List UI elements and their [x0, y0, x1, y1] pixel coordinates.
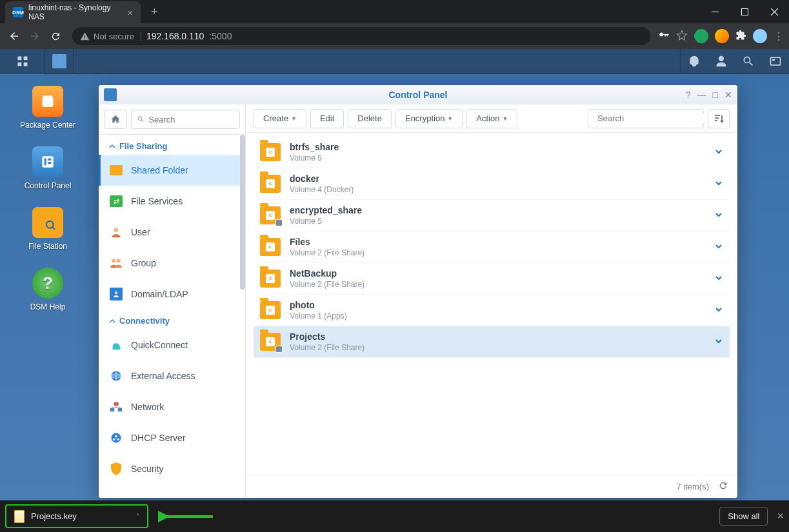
svg-rect-6: [771, 57, 781, 65]
window-maximize-icon[interactable]: [730, 0, 759, 23]
window-help-icon[interactable]: ?: [686, 90, 691, 100]
shared-folder-icon: <: [260, 143, 281, 161]
browser-menu-icon[interactable]: ⋮: [774, 30, 784, 43]
folder-list: < btrfs_share Volume 5 < docker Volume 4…: [246, 133, 737, 475]
desktop-icon-control-panel[interactable]: Control Panel: [15, 146, 80, 190]
folder-row[interactable]: < docker Volume 4 (Docker): [254, 168, 730, 200]
bookmark-star-icon[interactable]: [676, 30, 688, 43]
domain-ldap-icon: [109, 287, 123, 301]
svg-point-13: [114, 228, 119, 232]
action-button[interactable]: Action▼: [466, 109, 517, 128]
shared-folder-icon: <: [260, 175, 281, 193]
sidebar-item-quickconnect[interactable]: QuickConnect: [99, 330, 245, 360]
create-button[interactable]: Create▼: [254, 109, 306, 128]
svg-rect-21: [118, 408, 122, 412]
window-maximize-icon[interactable]: □: [713, 90, 718, 100]
folder-row[interactable]: < encrypted_share Volume 5: [254, 200, 730, 232]
sort-button[interactable]: [708, 109, 730, 128]
file-services-icon: ⇄: [109, 194, 123, 208]
sidebar-search-input[interactable]: [148, 115, 234, 124]
folder-row[interactable]: < btrfs_share Volume 5: [254, 137, 730, 168]
folder-row[interactable]: < NetBackup Volume 2 (File Share): [254, 263, 730, 295]
sidebar-home-button[interactable]: [104, 110, 127, 129]
dsm-notifications-icon[interactable]: [681, 49, 708, 74]
chevron-down-icon[interactable]: [714, 242, 723, 253]
sidebar-item-domain-ldap[interactable]: Domain/LDAP: [99, 279, 245, 310]
chevron-up-icon[interactable]: ˄: [136, 513, 139, 520]
browser-titlebar: DSM linuxhint-nas - Synology NAS × +: [0, 0, 789, 23]
password-key-icon[interactable]: [658, 30, 670, 43]
svg-point-23: [115, 435, 117, 437]
warning-icon: [80, 32, 90, 41]
nav-reload-button[interactable]: [46, 27, 65, 45]
svg-point-15: [116, 259, 120, 262]
svg-rect-5: [23, 63, 27, 66]
folder-row[interactable]: < photo Volume 1 (Apps): [254, 295, 730, 326]
user-icon: [109, 225, 123, 239]
svg-rect-1: [741, 8, 748, 15]
refresh-icon[interactable]: [718, 480, 728, 493]
extension-icon[interactable]: [715, 29, 729, 43]
folder-volume: Volume 2 (File Share): [290, 248, 705, 257]
folder-toolbar: Create▼ Edit Delete Encryption▼ Action▼: [246, 104, 737, 133]
chevron-down-icon[interactable]: [714, 273, 723, 284]
dsm-desktop[interactable]: Package Center Control Panel File Statio…: [0, 74, 789, 500]
sidebar-item-dhcp-server[interactable]: DHCP Server: [99, 422, 245, 453]
sidebar-item-external-access[interactable]: External Access: [99, 360, 245, 391]
chevron-down-icon[interactable]: [714, 147, 723, 158]
dsm-main-menu-button[interactable]: [0, 49, 45, 74]
encryption-button[interactable]: Encryption▼: [395, 109, 463, 128]
sidebar-search[interactable]: [131, 110, 240, 129]
quickconnect-icon: [109, 338, 123, 352]
folder-volume: Volume 4 (Docker): [290, 185, 705, 194]
folder-row[interactable]: < Projects Volume 2 (File Share): [254, 326, 730, 358]
download-chip[interactable]: Projects.key ˄: [5, 504, 148, 528]
address-bar[interactable]: Not secure 192.168.0.110:5000: [72, 27, 650, 45]
chevron-down-icon[interactable]: [714, 337, 723, 348]
control-panel-sidebar: File Sharing Shared Folder ⇄ File Servic…: [99, 104, 246, 498]
dsm-taskbar-controlpanel[interactable]: [45, 49, 74, 74]
delete-button[interactable]: Delete: [348, 109, 392, 128]
sidebar-item-network[interactable]: Network: [99, 391, 245, 422]
window-close-icon[interactable]: ✕: [724, 90, 732, 100]
desktop-icon-dsm-help[interactable]: ? DSM Help: [15, 268, 80, 311]
shared-folder-panel: Create▼ Edit Delete Encryption▼ Action▼ …: [246, 104, 737, 498]
chevron-down-icon[interactable]: [714, 210, 723, 221]
show-all-downloads-button[interactable]: Show all: [719, 507, 768, 526]
edit-button[interactable]: Edit: [310, 109, 344, 128]
shared-folder-icon: <: [260, 206, 281, 224]
close-download-bar-icon[interactable]: ×: [777, 509, 784, 523]
tab-close-icon[interactable]: ×: [127, 7, 133, 18]
window-minimize-icon[interactable]: [700, 0, 730, 23]
sidebar-item-shared-folder[interactable]: Shared Folder: [99, 155, 245, 186]
sidebar-section-connectivity[interactable]: Connectivity: [99, 310, 245, 330]
dsm-search-icon[interactable]: [735, 49, 762, 74]
browser-tab[interactable]: DSM linuxhint-nas - Synology NAS ×: [5, 1, 141, 23]
extensions-puzzle-icon[interactable]: [735, 30, 746, 43]
extension-grammarly-icon[interactable]: [694, 29, 708, 43]
folder-row[interactable]: < Files Volume 2 (File Share): [254, 232, 730, 263]
chevron-down-icon[interactable]: [714, 305, 723, 316]
new-tab-button[interactable]: +: [151, 5, 158, 19]
lock-icon: [275, 346, 283, 353]
shared-folder-icon: <: [260, 238, 281, 256]
nav-back-button[interactable]: [5, 27, 23, 45]
nav-forward-button[interactable]: [26, 27, 44, 45]
folder-search[interactable]: [588, 109, 704, 128]
sidebar-item-security[interactable]: Security: [99, 453, 245, 484]
desktop-icon-file-station[interactable]: File Station: [15, 207, 80, 251]
folder-search-input[interactable]: [597, 113, 706, 123]
desktop-icon-package-center[interactable]: Package Center: [15, 86, 80, 130]
profile-avatar[interactable]: [753, 29, 767, 43]
sidebar-section-file-sharing[interactable]: File Sharing: [99, 135, 245, 155]
sidebar-item-user[interactable]: User: [99, 217, 245, 248]
chevron-down-icon[interactable]: [714, 179, 723, 190]
window-close-icon[interactable]: [759, 0, 789, 23]
sidebar-item-group[interactable]: Group: [99, 248, 245, 279]
svg-rect-11: [48, 162, 51, 164]
window-minimize-icon[interactable]: —: [697, 90, 706, 100]
window-titlebar[interactable]: Control Panel ? — □ ✕: [99, 85, 737, 104]
dsm-user-icon[interactable]: [708, 49, 735, 74]
dsm-widgets-icon[interactable]: [762, 49, 789, 74]
sidebar-item-file-services[interactable]: ⇄ File Services: [99, 186, 245, 217]
